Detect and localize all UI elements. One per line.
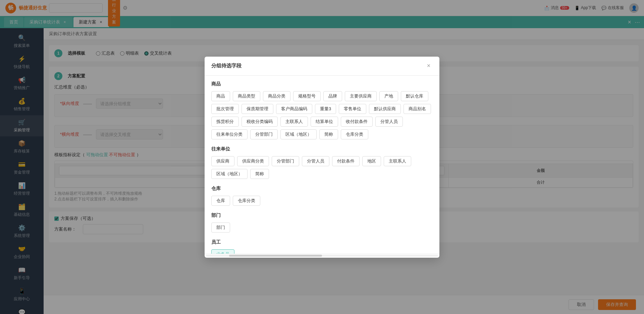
field-tag-brand[interactable]: 品牌 xyxy=(323,91,342,101)
field-tag-supplier-cat[interactable]: 供应商分类 xyxy=(237,156,269,166)
field-tag-region-goods[interactable]: 区域（地区） xyxy=(280,129,317,139)
modal-title: 分组待选字段 xyxy=(211,63,241,69)
group-staff-tags: 业务员 xyxy=(211,249,433,254)
group-counterpart-title: 往来单位 xyxy=(211,146,433,152)
field-tag-supplier[interactable]: 供应商 xyxy=(211,156,234,166)
field-tag-sup-person[interactable]: 分管人员 xyxy=(302,156,329,166)
hscroll-track xyxy=(206,255,438,257)
field-tag-region-sup[interactable]: 区域（地区） xyxy=(211,169,248,179)
field-tag-payment-cond[interactable]: 付款条件 xyxy=(332,156,360,166)
field-tag-settlement-unit[interactable]: 结算单位 xyxy=(311,117,338,127)
group-warehouse-tags: 仓库 仓库分类 xyxy=(211,196,433,206)
group-counterpart-tags: 供应商 供应商分类 分管部门 分管人员 付款条件 地区 主联系人 区域（地区） … xyxy=(211,156,433,179)
field-tag-payment-terms[interactable]: 收付款条件 xyxy=(341,117,373,127)
hscroll-thumb[interactable] xyxy=(229,255,322,257)
field-tag-sales-rep[interactable]: 业务员 xyxy=(211,249,234,254)
group-goods-tags: 商品 商品类型 商品分类 规格型号 品牌 主要供应商 产地 默认仓库 批次管理 … xyxy=(211,91,433,139)
field-tag-main-supplier[interactable]: 主要供应商 xyxy=(345,91,377,101)
group-goods-title: 商品 xyxy=(211,81,433,87)
field-tag-goods-alias[interactable]: 商品别名 xyxy=(404,104,431,114)
field-tag-spec-model[interactable]: 规格型号 xyxy=(293,91,321,101)
group-warehouse-title: 仓库 xyxy=(211,186,433,192)
field-tag-main-contact[interactable]: 主联系人 xyxy=(280,117,308,127)
field-tag-counterpart-category[interactable]: 往来单位分类 xyxy=(211,129,248,139)
field-tag-tax-code[interactable]: 税收分类编码 xyxy=(241,117,278,127)
field-tag-department[interactable]: 部门 xyxy=(211,223,230,233)
field-tag-area[interactable]: 地区 xyxy=(362,156,381,166)
field-tag-default-supplier[interactable]: 默认供应商 xyxy=(369,104,401,114)
field-group-staff: 员工 业务员 xyxy=(211,239,433,254)
field-selection-modal: 分组待选字段 × 商品 商品 商品类型 商品分类 规格型号 品牌 主要供应商 产… xyxy=(205,57,439,258)
field-tag-abbr-sup[interactable]: 简称 xyxy=(250,169,269,179)
field-group-counterpart: 往来单位 供应商 供应商分类 分管部门 分管人员 付款条件 地区 主联系人 区域… xyxy=(211,146,433,179)
modal-header: 分组待选字段 × xyxy=(205,57,439,76)
field-tag-expiry[interactable]: 保质期管理 xyxy=(241,104,273,114)
field-tag-retail-unit[interactable]: 零售单位 xyxy=(339,104,366,114)
field-tag-default-warehouse[interactable]: 默认仓库 xyxy=(401,91,428,101)
field-tag-warehouse-cat[interactable]: 仓库分类 xyxy=(233,196,260,206)
field-tag-batch[interactable]: 批次管理 xyxy=(211,104,239,114)
field-tag-sup-contact[interactable]: 主联系人 xyxy=(384,156,411,166)
field-tag-weight[interactable]: 重量3 xyxy=(315,104,336,114)
field-tag-warehouse[interactable]: 仓库 xyxy=(211,196,230,206)
field-group-dept: 部门 部门 xyxy=(211,212,433,233)
group-dept-title: 部门 xyxy=(211,212,433,218)
field-tag-goods-type[interactable]: 商品类型 xyxy=(233,91,260,101)
field-tag-sup-dept[interactable]: 分管部门 xyxy=(272,156,299,166)
modal-hscroll xyxy=(205,254,439,258)
field-tag-supervisor[interactable]: 分管人员 xyxy=(375,117,403,127)
modal-backdrop: 分组待选字段 × 商品 商品 商品类型 商品分类 规格型号 品牌 主要供应商 产… xyxy=(0,0,644,314)
field-tag-goods[interactable]: 商品 xyxy=(211,91,230,101)
field-group-warehouse: 仓库 仓库 仓库分类 xyxy=(211,186,433,206)
modal-body: 商品 商品 商品类型 商品分类 规格型号 品牌 主要供应商 产地 默认仓库 批次… xyxy=(205,76,439,254)
field-tag-warehouse-cat-goods[interactable]: 仓库分类 xyxy=(341,129,368,139)
group-dept-tags: 部门 xyxy=(211,223,433,233)
modal-close-btn[interactable]: × xyxy=(425,62,433,70)
field-tag-goods-category[interactable]: 商品分类 xyxy=(263,91,290,101)
field-tag-pick-points[interactable]: 拣货积分 xyxy=(211,117,239,127)
field-group-goods: 商品 商品 商品类型 商品分类 规格型号 品牌 主要供应商 产地 默认仓库 批次… xyxy=(211,81,433,139)
field-tag-abbr-goods[interactable]: 简称 xyxy=(319,129,338,139)
field-tag-dept[interactable]: 分管部门 xyxy=(250,129,278,139)
field-tag-origin[interactable]: 产地 xyxy=(379,91,398,101)
group-staff-title: 员工 xyxy=(211,239,433,245)
field-tag-customer-code[interactable]: 客户商品编码 xyxy=(276,104,312,114)
